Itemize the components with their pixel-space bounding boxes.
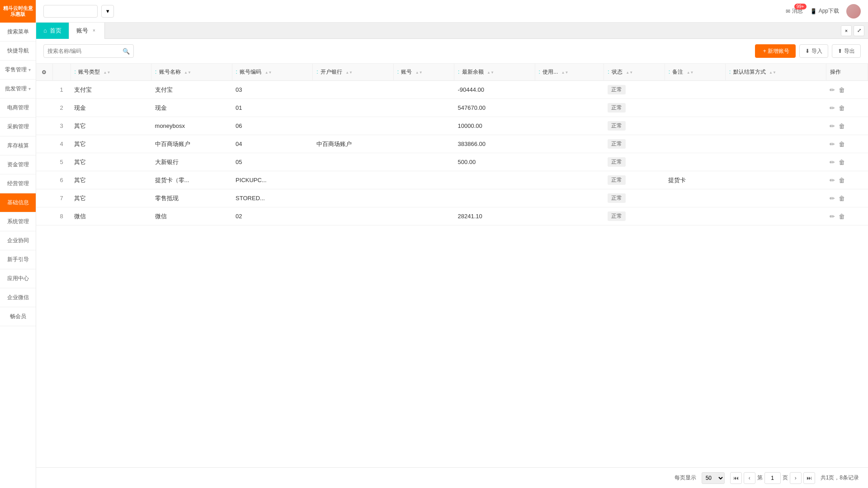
page-first-btn[interactable]: ⏮ — [730, 472, 742, 484]
sidebar-item-search-menu[interactable]: 搜索菜单 — [0, 23, 36, 42]
sidebar-item-label: 采购管理 — [7, 123, 29, 130]
sidebar-item-ecommerce-mgmt[interactable]: 电商管理 — [0, 99, 36, 117]
col-bank[interactable]: : 开户银行 ▲▼ — [313, 64, 394, 81]
edit-icon[interactable]: ✏ — [830, 104, 835, 112]
row-account-code: 05 — [232, 153, 313, 171]
delete-icon[interactable]: 🗑 — [839, 141, 845, 148]
col-account-type[interactable]: : 账号类型 ▲▼ — [71, 64, 151, 81]
sidebar-item-retail-mgmt[interactable]: 零售管理 ▾ — [0, 61, 36, 80]
row-latest-balance: 383866.00 — [454, 135, 535, 153]
edit-icon[interactable]: ✏ — [830, 159, 835, 166]
edit-icon[interactable]: ✏ — [830, 213, 835, 220]
row-settings — [36, 81, 52, 99]
sidebar-item-enterprise-agreement[interactable]: 企业协同 — [0, 231, 36, 250]
sidebar-item-app-center[interactable]: 应用中心 — [0, 269, 36, 288]
delete-icon[interactable]: 🗑 — [839, 213, 845, 220]
per-page-label: 每页显示 — [675, 474, 696, 482]
tab-maximize-btn[interactable]: ⤢ — [854, 25, 864, 36]
import-button[interactable]: ⬇ 导入 — [799, 44, 828, 58]
col-status[interactable]: : 状态 ▲▼ — [604, 64, 665, 81]
delete-icon[interactable]: 🗑 — [839, 104, 845, 112]
row-default-settlement — [725, 117, 826, 135]
app-download-btn[interactable]: 📱 App下载 — [810, 7, 839, 15]
sidebar-item-basic-info[interactable]: 基础信息 — [0, 193, 36, 212]
content-area: 🔍 + 新增账号 ⬇ 导入 ⬆ 导出 — [36, 39, 868, 488]
sidebar-item-inventory[interactable]: 库存核算 — [0, 136, 36, 155]
col-default-settlement[interactable]: : 默认结算方式 ▲▼ — [725, 64, 826, 81]
col-actions: 操作 — [826, 64, 868, 81]
search-input[interactable] — [47, 48, 123, 54]
search-icon[interactable]: 🔍 — [123, 48, 130, 55]
row-num: 3 — [52, 117, 71, 135]
delete-icon[interactable]: 🗑 — [839, 122, 845, 130]
edit-icon[interactable]: ✏ — [830, 122, 835, 130]
page-number-input[interactable] — [764, 472, 781, 484]
row-account-type: 其它 — [71, 135, 151, 153]
delete-icon[interactable]: 🗑 — [839, 177, 845, 184]
per-page-select[interactable]: 50 100 — [702, 472, 725, 484]
user-avatar[interactable] — [846, 4, 861, 19]
sidebar-item-quick-nav[interactable]: 快捷导航 — [0, 42, 36, 61]
row-bank — [313, 153, 394, 171]
delete-icon[interactable]: 🗑 — [839, 86, 845, 94]
table-row: 3 其它 moneybosx 06 10000.00 正常 ✏ 🗑 — [36, 117, 868, 135]
add-account-button[interactable]: + 新增账号 — [755, 44, 796, 58]
col-settings[interactable]: ⚙ — [36, 64, 52, 81]
row-status: 正常 — [604, 117, 665, 135]
page-next-btn[interactable]: › — [790, 472, 802, 484]
topbar-dropdown-btn[interactable]: ▾ — [101, 5, 114, 18]
edit-icon[interactable]: ✏ — [830, 177, 835, 184]
row-actions: ✏ 🗑 — [826, 207, 868, 225]
col-account-no[interactable]: : 账号 ▲▼ — [393, 64, 454, 81]
edit-icon[interactable]: ✏ — [830, 195, 835, 202]
col-latest-balance[interactable]: : 最新余额 ▲▼ — [454, 64, 535, 81]
topbar-search-input[interactable] — [43, 5, 98, 18]
sidebar-item-member[interactable]: 畅会员 — [0, 307, 36, 326]
sidebar-item-operations-mgmt[interactable]: 经营管理 — [0, 174, 36, 193]
page-last-btn[interactable]: ⏭ — [803, 472, 815, 484]
content-toolbar: 🔍 + 新增账号 ⬇ 导入 ⬆ 导出 — [36, 39, 868, 64]
col-usage[interactable]: : 使用... ▲▼ — [535, 64, 604, 81]
sidebar-item-capital-mgmt[interactable]: 资金管理 — [0, 155, 36, 174]
col-account-name[interactable]: : 账号名称 ▲▼ — [151, 64, 232, 81]
page-nav: ⏮ ‹ 第 页 › ⏭ — [730, 472, 815, 484]
col-account-code[interactable]: : 账号编码 ▲▼ — [232, 64, 313, 81]
sidebar-item-system-mgmt[interactable]: 系统管理 — [0, 212, 36, 231]
row-actions: ✏ 🗑 — [826, 117, 868, 135]
row-remark — [665, 135, 725, 153]
sidebar-item-wholesale-mgmt[interactable]: 批发管理 ▾ — [0, 80, 36, 99]
row-num: 2 — [52, 99, 71, 117]
edit-icon[interactable]: ✏ — [830, 86, 835, 94]
delete-icon[interactable]: 🗑 — [839, 195, 845, 202]
row-default-settlement — [725, 81, 826, 99]
tab-home[interactable]: ⌂ 首页 — [36, 23, 69, 39]
chevron-down-icon: ▾ — [106, 8, 109, 14]
tab-close-all-btn[interactable]: × — [841, 25, 852, 36]
message-badge: 99+ — [794, 4, 807, 9]
row-usage — [535, 135, 604, 153]
export-button[interactable]: ⬆ 导出 — [832, 44, 861, 58]
sidebar-item-enterprise-wechat[interactable]: 企业微信 — [0, 288, 36, 307]
tab-account[interactable]: 账号 × — [69, 23, 105, 39]
row-num: 4 — [52, 135, 71, 153]
row-bank — [313, 189, 394, 207]
page-prev-btn[interactable]: ‹ — [744, 472, 755, 484]
row-num: 5 — [52, 153, 71, 171]
col-num — [52, 64, 71, 81]
tabbar: ⌂ 首页 账号 × × ⤢ — [36, 23, 868, 39]
sort-icon: ▲▼ — [265, 71, 272, 75]
col-remark[interactable]: : 备注 ▲▼ — [665, 64, 725, 81]
row-status: 正常 — [604, 81, 665, 99]
delete-icon[interactable]: 🗑 — [839, 159, 845, 166]
sidebar-item-new-guide[interactable]: 新手引导 — [0, 250, 36, 269]
total-info: 共1页，8条记录 — [821, 474, 859, 482]
row-account-type: 其它 — [71, 153, 151, 171]
edit-icon[interactable]: ✏ — [830, 141, 835, 148]
row-remark — [665, 81, 725, 99]
sort-icon: ▲▼ — [769, 71, 776, 75]
message-btn[interactable]: ✉ 消息 99+ — [786, 7, 803, 15]
sidebar-item-purchase-mgmt[interactable]: 采购管理 — [0, 117, 36, 136]
search-box: 🔍 — [43, 44, 134, 58]
tab-close-icon[interactable]: × — [91, 28, 97, 34]
sidebar-item-label: 新手引导 — [7, 256, 29, 263]
